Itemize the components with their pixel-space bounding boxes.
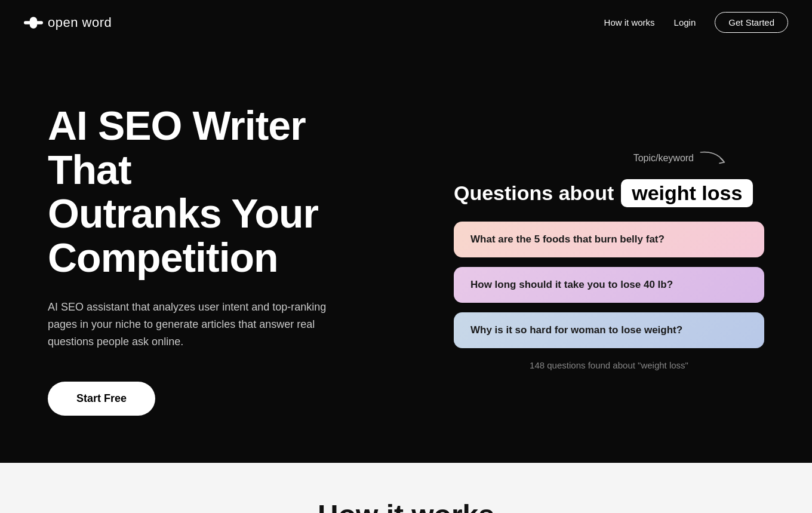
logo-text: open word	[48, 15, 112, 30]
hero-section: AI SEO Writer That Outranks Your Competi…	[0, 45, 812, 463]
arrow-icon	[699, 149, 728, 167]
question-card-1[interactable]: What are the 5 foods that burn belly fat…	[454, 222, 764, 257]
keyword-pill: weight loss	[621, 179, 753, 207]
topic-label-area: Topic/keyword	[633, 149, 728, 167]
logo: open word	[24, 13, 112, 32]
how-it-works-title: How it works	[48, 499, 764, 513]
svg-rect-2	[36, 21, 43, 24]
nav-how-it-works[interactable]: How it works	[604, 17, 655, 27]
logo-icon	[24, 13, 43, 32]
get-started-button[interactable]: Get Started	[715, 12, 788, 33]
hero-title-line1: AI SEO Writer That	[48, 103, 306, 192]
nav-links: How it works Login Get Started	[604, 12, 788, 33]
hero-title-line2: Outranks Your Competition	[48, 191, 318, 279]
topic-label: Topic/keyword	[633, 153, 694, 164]
how-it-works-section: How it works	[0, 463, 812, 513]
nav-login[interactable]: Login	[674, 17, 696, 27]
start-free-button[interactable]: Start Free	[48, 382, 155, 416]
question-card-2[interactable]: How long should it take you to lose 40 l…	[454, 267, 764, 303]
hero-subtitle: AI SEO assistant that analyzes user inte…	[48, 299, 334, 350]
hero-left: AI SEO Writer That Outranks Your Competi…	[48, 104, 382, 415]
question-card-3[interactable]: Why is it so hard for woman to lose weig…	[454, 312, 764, 348]
questions-count: 148 questions found about "weight loss"	[530, 360, 688, 370]
questions-prefix: Questions about	[454, 182, 614, 205]
hero-title: AI SEO Writer That Outranks Your Competi…	[48, 104, 382, 279]
navbar: open word How it works Login Get Started	[0, 0, 812, 45]
hero-demo-panel: Topic/keyword Questions about weight los…	[454, 149, 764, 370]
questions-header: Questions about weight loss	[454, 179, 753, 207]
